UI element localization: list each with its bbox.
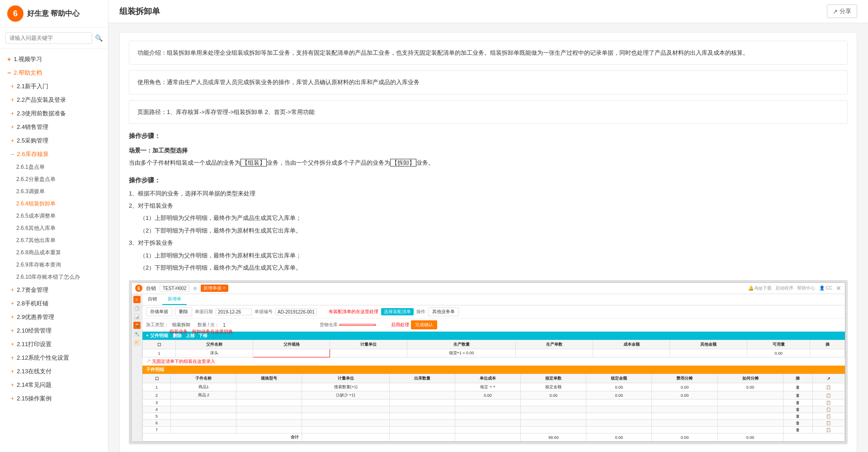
mock-th: 成本金额: [593, 340, 670, 349]
sidebar-item-label: 2.2产品安装及登录: [17, 96, 66, 104]
sidebar-item-cost-recalc[interactable]: 2.6.8商品成本重算: [0, 247, 108, 259]
sidebar-item-coupon[interactable]: + 2.9优惠券管理: [0, 310, 108, 324]
mock-save-btn: 存储单据: [146, 307, 172, 316]
sidebar-item-sales[interactable]: + 2.4销售管理: [0, 120, 108, 134]
sidebar-item-label: 2.12系统个性化设置: [17, 354, 69, 362]
mock-sidebar-icon1: ≡: [133, 296, 141, 303]
search-box: 🔍: [0, 28, 108, 49]
sidebar-item-label: 2.9优惠券管理: [17, 313, 54, 321]
intro-text: 功能介绍：组装拆卸单用来处理企业组装或拆卸等加工业务，支持有固定装配清单的产品加…: [137, 49, 749, 56]
table-row: 1 商品1 搜索数量(+1) 核定 + + 核定金额 0.00: [143, 383, 845, 391]
mock-child-label: 子件明细: [146, 367, 164, 372]
ops-title: 操作步骤：: [129, 132, 848, 140]
scene1-desc: 当由多个子件材料组装成一个成品的业务为【组装】业务，当由一个父件拆分成多个子产品…: [129, 157, 848, 168]
mock-sidebar-icon4: 📦: [133, 322, 141, 329]
annotation-a4: 启用处理: [391, 322, 409, 328]
mock-type-label: 加工类型：: [146, 322, 169, 328]
mock-sidebar-icon6: 📁: [133, 339, 141, 346]
mock-action-label: 操作: [416, 309, 425, 315]
search-icon[interactable]: 🔍: [95, 34, 103, 42]
sidebar-item-label: 2.15操作案例: [17, 395, 52, 403]
mock-docnum-val: AD-20191226-001: [275, 309, 317, 315]
mock-parent-table: ☐ 父件名称 父件规格 计量单位 生产数量 生产单数 成本金额 其他金额: [142, 340, 845, 357]
search-input[interactable]: [5, 32, 92, 44]
expand-icon: +: [11, 341, 14, 347]
sidebar-item-finance[interactable]: + 2.7资金管理: [0, 283, 108, 297]
content-card: 功能介绍：组装拆卸单用来处理企业组装或拆卸等加工业务，支持有固定装配清单的产品加…: [119, 32, 857, 452]
expand-icon: +: [11, 287, 14, 293]
step3: 3、对于拆装业务: [129, 238, 848, 248]
expand-icon: +: [11, 124, 14, 130]
sidebar-item-install[interactable]: + 2.2产品安装及登录: [0, 93, 108, 107]
mock-del-btn: 删除: [175, 307, 192, 316]
mock-window: 6 自销 TEST-H002 ⚙ 新增单据 + 🔔 App下载 启动程序 帮助中…: [131, 282, 845, 442]
mock-th: 操: [810, 340, 845, 349]
app-title: 好生意 帮助中心: [27, 9, 80, 19]
logo-icon: 6: [7, 5, 24, 22]
sidebar-item-video[interactable]: + 1.视频学习: [0, 52, 108, 66]
expand-icon: +: [11, 97, 14, 103]
expand-icon: +: [11, 314, 14, 320]
annotation-a5: ↗ 无固定清单下的组装在这里录入: [146, 359, 215, 364]
path-block: 页面路径：1、库存核算->库存管理->组装拆卸单 2、首页->常用功能: [129, 100, 848, 124]
sidebar-item-assembly[interactable]: 2.6.4组装拆卸单: [0, 198, 108, 210]
sidebar-item-data-prep[interactable]: + 2.3使用前数据准备: [0, 107, 108, 120]
sidebar-item-label: 2.14常见问题: [17, 381, 52, 389]
sidebar-item-purchase[interactable]: + 2.5采购管理: [0, 134, 108, 147]
sidebar-item-label: 2.帮助文档: [14, 69, 42, 77]
sidebar-item-partial-stocktake[interactable]: 2.6.2分量盘点单: [0, 173, 108, 186]
mock-date-val: 2019-12-26: [216, 309, 252, 315]
sidebar-item-help-docs[interactable]: − 2.帮助文档: [0, 66, 108, 80]
mock-count-label: 数量 / 次：: [198, 322, 219, 328]
table-footer-row: 合计 99.00 0.00 0.00 0.00: [143, 433, 845, 442]
table-row: 1 床头 领货+1 = 0.00 0.: [143, 349, 845, 357]
sidebar-item-cost-adjust[interactable]: 2.6.5成本调整单: [0, 210, 108, 222]
expand-icon: +: [11, 368, 14, 375]
mock-th: 生产数量: [407, 340, 515, 349]
step3-2: （2）下部明细为子件明细，最终作为产成品生成其它入库单。: [140, 262, 848, 273]
mock-tab-self: 自销: [142, 294, 162, 305]
path-text: 页面路径：1、库存核算->库存管理->组装拆卸单 2、首页->常用功能: [137, 109, 315, 115]
mock-sidebar-icon3: 📊: [133, 313, 141, 320]
mock-child-table: ☐ 子件名称 规格型号 计量单位 出库数量 单位成本 核定单数 核定金额: [142, 374, 845, 442]
page-title: 组装拆卸单: [119, 6, 160, 17]
sidebar-item-inventory-query[interactable]: 2.6.9库存账本查询: [0, 259, 108, 271]
mock-settings-icon: ⚙: [193, 286, 197, 291]
mock-sidebar-icon5: 🔧: [133, 330, 141, 338]
sidebar-item-new-user[interactable]: + 2.1新手入门: [0, 80, 108, 93]
mock-th: 生产单数: [516, 340, 593, 349]
screenshot-container: 6 自销 TEST-H002 ⚙ 新增单据 + 🔔 App下载 启动程序 帮助中…: [129, 280, 848, 444]
sidebar-item-payment[interactable]: + 2.13在线支付: [0, 365, 108, 378]
sidebar-item-label: 2.11打印设置: [17, 340, 52, 348]
expand-icon: +: [11, 300, 14, 307]
sidebar-item-faq[interactable]: + 2.14常见问题: [0, 378, 108, 392]
mock-sidebar: ≡ 📋 📊 📦 🔧 📁: [132, 294, 142, 442]
step2: 2、对于组装业务: [129, 200, 848, 211]
sidebar-item-other-in[interactable]: 2.6.6其他入库单: [0, 222, 108, 234]
ops-label: 操作步骤：: [129, 176, 848, 185]
mock-th: ☐: [143, 374, 171, 383]
annotation-block: ↗ 无固定清单下的组装在这里录入: [142, 357, 845, 366]
mock-th: 操: [783, 374, 812, 383]
sidebar-item-label: 2.6库存核算: [17, 150, 49, 158]
mock-wh-val: [340, 324, 376, 326]
mock-th: 出库数量: [389, 374, 455, 383]
sidebar-item-inventory-fix[interactable]: 2.6.10库存账本错了怎么办: [0, 271, 108, 283]
step3-1: （1）上部明细为父件明细，最终作为原材料生成其它出库单；: [140, 250, 848, 261]
sidebar-item-print[interactable]: + 2.11打印设置: [0, 338, 108, 351]
mock-count-val: 1: [223, 323, 226, 328]
sidebar-item-other-out[interactable]: 2.6.7其他出库单: [0, 234, 108, 247]
sidebar-item-inventory[interactable]: − 2.6库存核算: [0, 147, 108, 161]
share-button[interactable]: ↗ 分享: [827, 5, 857, 18]
sidebar-item-mobile[interactable]: + 2.8手机旺铺: [0, 297, 108, 310]
step2-2: （2）下部明细为子件明细，最终作为原材料生成其它出库单。: [140, 225, 848, 236]
sidebar-item-cases[interactable]: + 2.15操作案例: [0, 392, 108, 405]
sidebar-item-customize[interactable]: + 2.12系统个性化设置: [0, 351, 108, 365]
mock-tab-new: 新增单: [162, 294, 187, 305]
sidebar-item-label: 2.3使用前数据准备: [17, 109, 66, 118]
step2-1: （1）上部明细为父件明细，最终作为产成品生成其它入库单；: [140, 213, 848, 223]
mock-doc-id: TEST-H002: [160, 285, 189, 292]
sidebar-item-ops[interactable]: + 2.10经营管理: [0, 324, 108, 338]
sidebar-item-transfer[interactable]: 2.6.3调拨单: [0, 186, 108, 198]
sidebar-item-stocktake[interactable]: 2.6.1盘点单: [0, 161, 108, 173]
